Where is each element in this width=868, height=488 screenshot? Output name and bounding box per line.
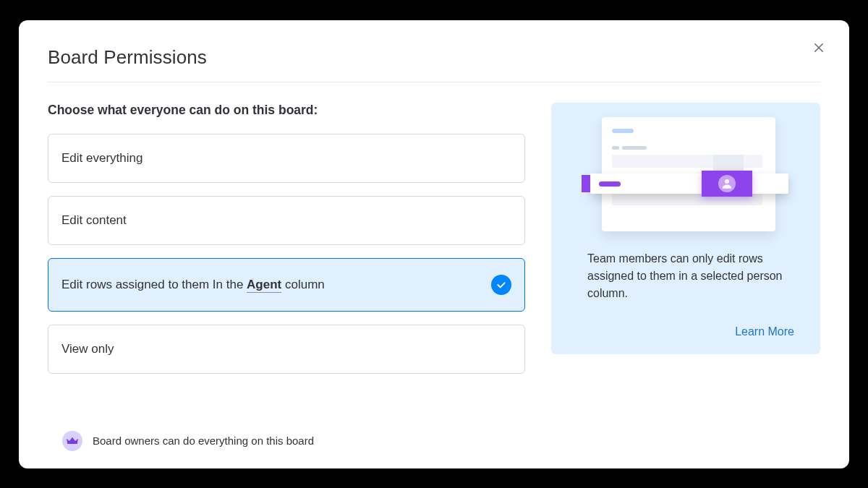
option-edit-content[interactable]: Edit content [48, 196, 525, 245]
modal-title: Board Permissions [48, 46, 820, 82]
section-label: Choose what everyone can do on this boar… [48, 103, 525, 118]
svg-point-2 [725, 179, 729, 184]
divider [48, 82, 820, 82]
option-label: Edit rows assigned to them In the Agent … [61, 277, 325, 293]
crown-badge [62, 431, 82, 451]
crown-icon [67, 437, 78, 445]
illustration [577, 116, 794, 250]
permission-option-list: Edit everything Edit content Edit rows a… [48, 134, 525, 374]
option-label: Edit content [61, 213, 127, 228]
info-text: Team members can only edit rows assigned… [577, 250, 794, 302]
option-label-suffix: column [281, 278, 325, 291]
option-label-prefix: Edit rows assigned to them In the [61, 278, 247, 291]
person-icon [718, 175, 736, 192]
board-permissions-modal: Board Permissions Choose what everyone c… [19, 20, 849, 468]
owners-note-text: Board owners can do everything on this b… [93, 435, 314, 447]
close-icon [812, 41, 825, 54]
option-label: Edit everything [61, 150, 142, 166]
check-icon [495, 279, 507, 291]
info-card: Team members can only edit rows assigned… [551, 103, 820, 354]
option-edit-assigned-rows[interactable]: Edit rows assigned to them In the Agent … [48, 258, 525, 312]
owners-note: Board owners can do everything on this b… [62, 431, 314, 451]
selected-check-badge [491, 275, 511, 295]
close-button[interactable] [807, 36, 830, 59]
option-edit-everything[interactable]: Edit everything [48, 134, 525, 183]
column-selector[interactable]: Agent [247, 278, 281, 293]
option-label: View only [61, 341, 114, 357]
learn-more-link[interactable]: Learn More [735, 325, 794, 338]
option-view-only[interactable]: View only [48, 325, 525, 374]
